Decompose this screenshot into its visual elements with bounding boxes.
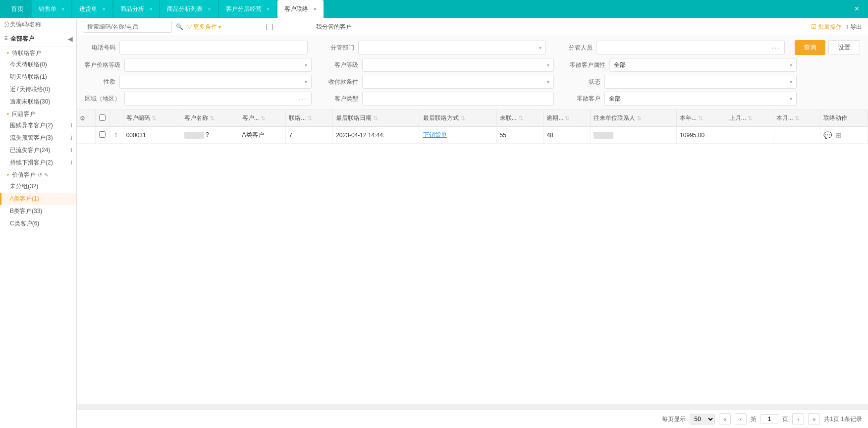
nature-dropdown[interactable]: ▾ — [119, 75, 312, 89]
sidebar-item-class-b[interactable]: B类客户(33) — [0, 205, 76, 217]
per-page-select[interactable]: 50 100 200 — [690, 414, 715, 425]
th-no-contact[interactable]: 未联... ⇅ — [496, 110, 543, 127]
tab-customer-contact[interactable]: 客户联络 × — [277, 0, 323, 18]
td-last-date: 2023-04-12 14:44: — [333, 127, 420, 144]
th-overdue[interactable]: 逾期... ⇅ — [543, 110, 591, 127]
search-button-icon[interactable]: 🔍 — [176, 23, 183, 30]
td-action: 💬 ⊞ — [820, 127, 868, 144]
next-page-button[interactable]: › — [792, 413, 804, 425]
retail-attr-dropdown[interactable]: 全部 ▾ — [609, 58, 797, 72]
customer-level-arrow-icon: ▾ — [547, 62, 549, 68]
payment-dropdown[interactable]: ▾ — [362, 75, 554, 89]
query-button[interactable]: 查询 — [795, 40, 825, 55]
phone-input[interactable] — [119, 41, 308, 54]
sidebar-search-input[interactable] — [4, 21, 77, 28]
value-edit-icon[interactable]: ✎ — [44, 172, 49, 178]
person-input[interactable]: ··· — [597, 41, 785, 54]
page-input[interactable] — [760, 414, 778, 424]
sidebar-item-hoarding-abnormal[interactable]: 囤购异常客户(2) ℹ — [0, 119, 76, 132]
close-purchase-tab[interactable]: × — [102, 0, 105, 18]
first-page-button[interactable]: « — [719, 413, 731, 425]
value-refresh-icon[interactable]: ↺ — [38, 172, 42, 178]
sidebar-item-declining[interactable]: 持续下滑客户(2) ℹ — [0, 157, 76, 169]
sidebar-item-unclassified[interactable]: 未分组(32) — [0, 180, 76, 193]
per-page-label: 每页显示 — [662, 415, 686, 424]
horizontal-scrollbar[interactable] — [77, 404, 868, 410]
filter-icon: ▽ — [187, 23, 192, 30]
search-input[interactable] — [83, 21, 172, 33]
row-actions: 💬 ⊞ — [823, 131, 865, 139]
sidebar-item-class-a[interactable]: A类客户(1) — [0, 193, 76, 205]
nature-arrow-icon: ▾ — [305, 79, 307, 85]
close-product-analysis-list-tab[interactable]: × — [208, 0, 211, 18]
tab-sales[interactable]: 销售单 × — [32, 0, 71, 18]
tab-product-analysis-list[interactable]: 商品分析列表 × — [160, 0, 217, 18]
filter-more-button[interactable]: ▽ 更多条件 ▾ — [187, 23, 221, 31]
churned-info-icon[interactable]: ℹ — [70, 147, 72, 154]
th-name[interactable]: 客户名称 ⇅ — [181, 110, 239, 127]
filter-person: 分管人员 ··· — [562, 41, 785, 54]
customer-level-dropdown[interactable]: ▾ — [362, 58, 554, 72]
sidebar-item-today-pending[interactable]: 今天待联络(0) — [0, 58, 76, 71]
close-all-button[interactable]: × — [850, 4, 864, 13]
churn-warning-info-icon[interactable]: ℹ — [70, 135, 72, 141]
set-button[interactable]: 设置 — [828, 40, 860, 55]
chat-action-icon[interactable]: 💬 — [823, 131, 832, 139]
sidebar-item-class-c[interactable]: C类客户(6) — [0, 217, 76, 230]
sidebar-item-churned[interactable]: 已流失客户(24) ℹ — [0, 144, 76, 157]
home-tab[interactable]: 首页 — [4, 0, 31, 18]
sort-contact-person-icon: ⇅ — [637, 115, 642, 122]
export-button[interactable]: ↑ 导出 — [846, 23, 862, 31]
declining-info-icon[interactable]: ℹ — [70, 160, 72, 166]
hoarding-info-icon[interactable]: ℹ — [70, 122, 72, 129]
batch-operation-button[interactable]: ☑ 批量操作 — [811, 23, 842, 31]
close-sales-tab[interactable]: × — [61, 0, 64, 18]
filter-mine-checkbox[interactable]: 我分管的客户 — [225, 23, 352, 31]
th-contact-person[interactable]: 往来单位联系人 ⇅ — [591, 110, 677, 127]
group-problem-label: 问题客户 — [12, 110, 36, 118]
price-level-dropdown[interactable]: ▾ — [124, 58, 312, 72]
select-all-checkbox[interactable] — [99, 114, 106, 121]
customer-type-input[interactable] — [362, 92, 554, 106]
sidebar-collapse-icon[interactable]: ◀ — [68, 36, 72, 43]
td-overdue: 48 — [543, 127, 591, 144]
sidebar-item-churn-warning[interactable]: 流失预警客户(3) ℹ — [0, 132, 76, 144]
filter-price-level: 客户价格等级 ▾ — [85, 58, 312, 72]
sidebar-item-7days-pending[interactable]: 近7天待联络(0) — [0, 83, 76, 96]
th-contact-count[interactable]: 联络... ⇅ — [286, 110, 333, 127]
last-method-link[interactable]: 下销货单 — [423, 131, 447, 138]
query-set-buttons: 查询 设置 — [795, 40, 860, 55]
mine-checkbox-input[interactable] — [225, 24, 314, 30]
sidebar-item-tomorrow-pending[interactable]: 明天待联络(1) — [0, 71, 76, 83]
th-this-year[interactable]: 本年... ⇅ — [677, 110, 726, 127]
status-dropdown[interactable]: ▾ — [604, 75, 797, 89]
group-value-triangle: ▼ — [6, 173, 10, 177]
th-last-month[interactable]: 上月... ⇅ — [726, 110, 773, 127]
retail-customer-dropdown[interactable]: 全部 ▾ — [604, 92, 797, 106]
th-settings: ⚙ — [77, 110, 95, 127]
last-page-button[interactable]: » — [808, 413, 820, 425]
tab-purchase[interactable]: 进货单 × — [72, 0, 112, 18]
td-contact-count: 7 — [286, 127, 333, 144]
region-input[interactable]: ··· — [124, 92, 312, 106]
td-this-year: 10995.00 — [677, 127, 726, 144]
th-type[interactable]: 客户... ⇅ — [239, 110, 286, 127]
close-product-analysis-tab[interactable]: × — [149, 0, 152, 18]
close-customer-stratification-tab[interactable]: × — [267, 0, 270, 18]
person-dots-icon: ··· — [771, 44, 780, 52]
row-checkbox[interactable] — [99, 131, 106, 138]
th-this-month[interactable]: 本月... ⇅ — [773, 110, 820, 127]
th-last-method[interactable]: 最后联络方式 ⇅ — [420, 110, 496, 127]
topbar: 首页 销售单 × 进货单 × 商品分析 × 商品分析列表 × 客户分层经营 × … — [0, 0, 868, 18]
grid-action-icon[interactable]: ⊞ — [836, 131, 842, 139]
th-code[interactable]: 客户编码 ⇅ — [123, 110, 181, 127]
close-customer-contact-tab[interactable]: × — [313, 0, 316, 18]
prev-page-button[interactable]: ‹ — [735, 413, 747, 425]
tab-product-analysis[interactable]: 商品分析 × — [113, 0, 159, 18]
table-settings-icon[interactable]: ⚙ — [80, 115, 85, 122]
dept-dropdown[interactable]: ▾ — [358, 41, 546, 54]
tab-customer-stratification[interactable]: 客户分层经营 × — [219, 0, 276, 18]
sidebar-item-overdue-contact[interactable]: 逾期未联络(30) — [0, 96, 76, 108]
status-arrow-icon: ▾ — [790, 79, 792, 85]
th-last-date[interactable]: 最后联络日期 ⇅ — [333, 110, 420, 127]
